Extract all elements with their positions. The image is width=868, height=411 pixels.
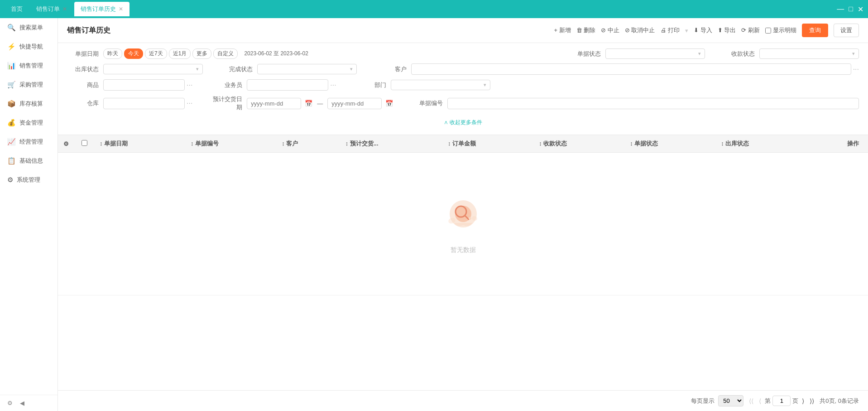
- maximize-button[interactable]: □: [849, 5, 853, 13]
- close-button[interactable]: ✕: [858, 5, 863, 14]
- sidebar-item-search[interactable]: 🔍 搜索菜单: [0, 18, 58, 37]
- sidebar-item-quicknav[interactable]: ⚡ 快捷导航: [0, 37, 58, 56]
- delivery-to-calendar-icon[interactable]: 📅: [385, 100, 393, 107]
- delivery-from-calendar-icon[interactable]: 📅: [305, 100, 312, 107]
- dept-select[interactable]: ▾: [391, 80, 490, 90]
- sidebar-item-purchase[interactable]: 🛒 采购管理: [0, 75, 58, 94]
- first-page-button[interactable]: ⟨⟨: [747, 396, 755, 406]
- complete-select[interactable]: ▾: [257, 64, 357, 74]
- warehouse-out-arrow: ▾: [196, 66, 199, 72]
- date-btn-7days[interactable]: 近7天: [145, 48, 167, 59]
- page-size-select[interactable]: 50 10 20 100: [718, 395, 743, 406]
- search-icon: 🔍: [7, 24, 16, 32]
- warehouse-input[interactable]: [103, 98, 185, 109]
- export-button[interactable]: ⬆ 导出: [718, 26, 736, 34]
- query-button[interactable]: 查询: [802, 24, 828, 37]
- complete-arrow: ▾: [350, 66, 353, 72]
- dept-arrow: ▾: [484, 82, 486, 88]
- footer-pagination: 每页显示 50 10 20 100 ⟨⟨ ⟨ 第 页 ⟩ ⟩⟩ 共0页, 0条记…: [58, 390, 868, 411]
- tab-sales-order[interactable]: 销售订单 ✕: [30, 2, 73, 16]
- import-button[interactable]: ⬇ 导入: [694, 26, 712, 34]
- date-btn-1month[interactable]: 近1月: [169, 48, 191, 59]
- quicknav-icon: ⚡: [7, 43, 16, 51]
- settings-icon[interactable]: ⚙: [63, 140, 69, 147]
- page-input[interactable]: [772, 396, 791, 406]
- sidebar-item-quicknav-label: 快捷导航: [19, 43, 43, 51]
- payment-select[interactable]: ▾: [759, 48, 859, 59]
- sidebar-item-basic-info[interactable]: 📋 基础信息: [0, 151, 58, 170]
- refresh-button[interactable]: ⟳ 刷新: [741, 26, 760, 34]
- tab-home[interactable]: 首页: [5, 2, 29, 16]
- sales-input[interactable]: [247, 79, 328, 91]
- sidebar-item-finance[interactable]: 💰 资金管理: [0, 113, 58, 132]
- sidebar: 🔍 搜索菜单 ⚡ 快捷导航 📊 销售管理 🛒 采购管理 📦 库存核算 💰 资金管…: [0, 18, 58, 411]
- tab-sales-history-label: 销售订单历史: [81, 5, 116, 13]
- sidebar-item-sales[interactable]: 📊 销售管理: [0, 56, 58, 75]
- empty-icon: [441, 193, 486, 239]
- select-all-checkbox[interactable]: [82, 140, 87, 146]
- sidebar-item-finance-label: 资金管理: [19, 119, 43, 127]
- print-button[interactable]: 🖨 打印: [661, 26, 680, 34]
- date-btn-custom[interactable]: 自定义: [213, 48, 238, 59]
- sales-dots[interactable]: ···: [330, 81, 336, 89]
- warehouse-out-label: 出库状态: [67, 65, 103, 73]
- show-detail-checkbox[interactable]: 显示明细: [765, 26, 796, 34]
- last-page-button[interactable]: ⟩⟩: [808, 396, 816, 406]
- warehouse-out-select[interactable]: ▾: [103, 64, 203, 74]
- tab-sales-order-close[interactable]: ✕: [62, 6, 67, 12]
- inventory-icon: 📦: [7, 100, 16, 108]
- doc-no-label: 单据编号: [411, 99, 447, 107]
- th-warehouse-status-label: ↕ 出库状态: [721, 140, 749, 147]
- date-label: 单据日期: [67, 50, 103, 58]
- finance-icon: 💰: [7, 119, 16, 127]
- date-btn-yesterday[interactable]: 昨天: [103, 48, 122, 59]
- goods-input[interactable]: [103, 79, 185, 91]
- page-nav: ⟨⟨ ⟨ 第 页 ⟩ ⟩⟩: [747, 396, 816, 406]
- cancel-stop-button[interactable]: ⊘ 取消中止: [625, 26, 655, 34]
- th-customer: ↕ 客户: [276, 135, 340, 153]
- delete-button[interactable]: 🗑 删除: [576, 26, 596, 34]
- sidebar-item-system[interactable]: ⚙ 系统管理: [0, 170, 58, 189]
- settings-button[interactable]: 设置: [834, 24, 859, 37]
- sidebar-settings-icon[interactable]: ⚙: [7, 400, 13, 406]
- tab-sales-order-label: 销售订单: [36, 5, 60, 13]
- date-btn-more[interactable]: 更多: [192, 48, 211, 59]
- stop-button[interactable]: ⊘ 中止: [601, 26, 619, 34]
- tab-sales-history[interactable]: 销售订单历史 ✕: [74, 2, 129, 16]
- customer-dots[interactable]: ···: [853, 65, 859, 73]
- date-btn-today[interactable]: 今天: [124, 48, 143, 59]
- status-select[interactable]: ▾: [605, 48, 705, 59]
- empty-cell: 暂无数据: [58, 153, 868, 295]
- expected-delivery-label: 预计交货日期: [211, 95, 247, 111]
- sidebar-collapse-icon[interactable]: ◀: [20, 400, 24, 406]
- sidebar-bottom: ⚙ ◀: [0, 395, 58, 411]
- th-settings: ⚙: [58, 135, 76, 153]
- collapse-row[interactable]: ∧ 收起更多条件: [67, 116, 859, 129]
- svg-point-4: [469, 217, 471, 220]
- prev-page-button[interactable]: ⟨: [757, 396, 763, 406]
- filter-row-2: 出库状态 ▾ 完成状态 ▾ 客户 ···: [67, 63, 859, 75]
- sidebar-item-operations[interactable]: 📈 经营管理: [0, 132, 58, 151]
- new-button[interactable]: + 新增: [554, 26, 571, 34]
- show-detail-input[interactable]: [765, 28, 771, 34]
- page-header: 销售订单历史 + 新增 🗑 删除 ⊘ 中止 ⊘ 取消中止 🖨 打印 ▾ ⬇ 导入…: [58, 18, 868, 43]
- th-payment-status-label: ↕ 收款状态: [539, 140, 567, 147]
- content-area: 销售订单历史 + 新增 🗑 删除 ⊘ 中止 ⊘ 取消中止 🖨 打印 ▾ ⬇ 导入…: [58, 18, 868, 411]
- status-arrow: ▾: [698, 51, 701, 57]
- delivery-from-input[interactable]: [247, 98, 301, 109]
- doc-no-input[interactable]: [447, 98, 859, 109]
- sidebar-item-search-label: 搜索菜单: [19, 24, 43, 32]
- th-checkbox: [76, 135, 94, 153]
- filter-row-1: 单据日期 昨天 今天 近7天 近1月 更多 自定义 2023-06-02 至 2…: [67, 48, 859, 59]
- tab-sales-history-close[interactable]: ✕: [119, 6, 123, 12]
- th-delivery: ↕ 预计交货...: [340, 135, 442, 153]
- minimize-button[interactable]: —: [837, 5, 844, 13]
- table-area: ⚙ ↕ 单据日期 ↕ 单据编号 ↕ 客户: [58, 135, 868, 390]
- next-page-button[interactable]: ⟩: [800, 396, 806, 406]
- delivery-to-input[interactable]: [327, 98, 382, 109]
- goods-dots[interactable]: ···: [187, 81, 192, 89]
- warehouse-dots[interactable]: ···: [187, 99, 192, 107]
- sidebar-item-inventory[interactable]: 📦 库存核算: [0, 94, 58, 113]
- sidebar-item-system-label: 系统管理: [17, 176, 40, 184]
- customer-input[interactable]: [411, 63, 851, 75]
